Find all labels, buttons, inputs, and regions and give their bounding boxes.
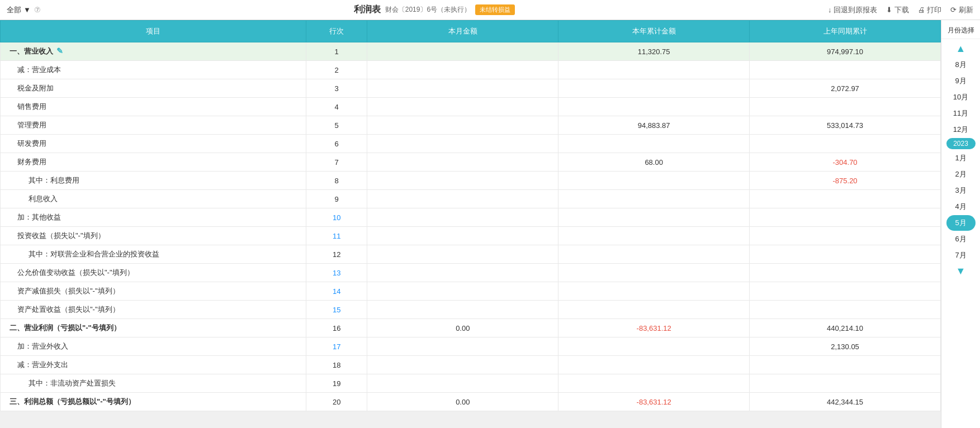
- prev-year-amount: [750, 98, 941, 116]
- month-amount: [367, 301, 558, 319]
- row-name: 管理费用: [1, 116, 306, 135]
- table-row: 研发费用6: [1, 135, 941, 153]
- table-row: 其中：对联营企业和合营企业的投资收益12: [1, 245, 941, 264]
- row-number: 2: [306, 61, 367, 79]
- month-item[interactable]: 9月: [946, 73, 976, 89]
- row-name: 研发费用: [1, 135, 306, 153]
- table-row: 投资收益（损失以"-"填列）11: [1, 227, 941, 245]
- prev-year-amount: 442,344.15: [750, 393, 941, 411]
- org-select[interactable]: 全部 ▼: [7, 5, 31, 15]
- month-item[interactable]: 5月: [946, 215, 976, 231]
- refresh-button[interactable]: ⟳ 刷新: [950, 5, 973, 15]
- table-row: 财务费用768.00-304.70: [1, 153, 941, 172]
- row-name: 投资收益（损失以"-"填列）: [1, 227, 306, 245]
- month-item[interactable]: 2月: [946, 167, 976, 182]
- month-nav-up[interactable]: ▲: [954, 41, 968, 56]
- year-amount: [558, 227, 750, 245]
- main-table-container: 项目 行次 本月金额 本年累计金额 上年同期累计 一、营业收入✎111,320.…: [0, 20, 941, 428]
- row-name: 一、营业收入✎: [1, 42, 306, 61]
- col-header-year: 本年累计金额: [558, 21, 750, 42]
- row-number: 4: [306, 98, 367, 116]
- month-item[interactable]: 10月: [946, 89, 976, 105]
- month-amount: 0.00: [367, 319, 558, 337]
- month-amount: [367, 264, 558, 282]
- prev-year-amount: [750, 61, 941, 79]
- month-amount: [367, 245, 558, 264]
- year-amount: [558, 61, 750, 79]
- download-button[interactable]: ⬇ 下载: [886, 5, 909, 15]
- back-button[interactable]: ↓ 回退到原报表: [828, 5, 877, 15]
- prev-year-amount: 2,072.97: [750, 79, 941, 98]
- year-amount: [558, 245, 750, 264]
- month-amount: [367, 42, 558, 61]
- row-number: 7: [306, 153, 367, 172]
- year-amount: -83,631.12: [558, 319, 750, 337]
- col-header-month: 本月金额: [367, 21, 558, 42]
- row-number: 15: [306, 301, 367, 319]
- row-name: 资产减值损失（损失以"-"填列）: [1, 282, 306, 301]
- month-item[interactable]: 7月: [946, 248, 976, 263]
- top-left-section: 全部 ▼ ⑦: [7, 5, 41, 15]
- year-amount: [558, 337, 750, 356]
- row-number: 8: [306, 172, 367, 190]
- prev-year-amount: [750, 208, 941, 227]
- year-amount: [558, 98, 750, 116]
- row-number: 14: [306, 282, 367, 301]
- row-number: 12: [306, 245, 367, 264]
- prev-year-amount: 2,130.05: [750, 337, 941, 356]
- table-row: 税金及附加32,072.97: [1, 79, 941, 98]
- prev-year-amount: [750, 301, 941, 319]
- table-row: 公允价值变动收益（损失以"-"填列）13: [1, 264, 941, 282]
- month-item[interactable]: 12月: [946, 122, 976, 137]
- row-name: 三、利润总额（亏损总额以"-"号填列）: [1, 393, 306, 411]
- table-row: 资产减值损失（损失以"-"填列）14: [1, 282, 941, 301]
- year-amount: [558, 264, 750, 282]
- help-icon[interactable]: ⑦: [34, 6, 41, 14]
- prev-year-amount: 440,214.10: [750, 319, 941, 337]
- month-amount: [367, 337, 558, 356]
- month-item[interactable]: 1月: [946, 150, 976, 166]
- prev-year-amount: [750, 374, 941, 393]
- row-number: 17: [306, 337, 367, 356]
- year-amount: [558, 79, 750, 98]
- row-number: 5: [306, 116, 367, 135]
- year-amount: 94,883.87: [558, 116, 750, 135]
- table-row: 减：营业外支出18: [1, 356, 941, 374]
- table-row: 其中：利息费用8-875.20: [1, 172, 941, 190]
- month-item[interactable]: 11月: [946, 106, 976, 121]
- table-header-row: 项目 行次 本月金额 本年累计金额 上年同期累计: [1, 21, 941, 42]
- month-item[interactable]: 8月: [946, 57, 976, 73]
- row-number: 13: [306, 264, 367, 282]
- month-item[interactable]: 3月: [946, 183, 976, 198]
- year-amount: 11,320.75: [558, 42, 750, 61]
- month-amount: [367, 116, 558, 135]
- month-item[interactable]: 6月: [946, 231, 976, 247]
- table-row: 三、利润总额（亏损总额以"-"号填列）200.00-83,631.12442,3…: [1, 393, 941, 411]
- year-amount: [558, 190, 750, 208]
- prev-year-amount: [750, 190, 941, 208]
- month-selector-title: 月份选择: [941, 22, 980, 39]
- prev-year-amount: 974,997.10: [750, 42, 941, 61]
- month-amount: [367, 61, 558, 79]
- row-number: 3: [306, 79, 367, 98]
- row-number: 16: [306, 319, 367, 337]
- month-amount: 0.00: [367, 393, 558, 411]
- prev-year-amount: -875.20: [750, 172, 941, 190]
- row-number: 11: [306, 227, 367, 245]
- row-number: 6: [306, 135, 367, 153]
- month-item[interactable]: 4月: [946, 199, 976, 215]
- subtitle: 财会〔2019〕6号（未执行）: [385, 5, 471, 15]
- month-amount: [367, 172, 558, 190]
- year-amount: -83,631.12: [558, 393, 750, 411]
- month-amount: [367, 79, 558, 98]
- month-item[interactable]: 2023: [946, 138, 976, 149]
- row-name: 减：营业成本: [1, 61, 306, 79]
- month-nav-down[interactable]: ▼: [954, 264, 968, 279]
- month-amount: [367, 190, 558, 208]
- prev-year-amount: [750, 264, 941, 282]
- year-amount: [558, 374, 750, 393]
- toolbar: ↓ 回退到原报表 ⬇ 下载 🖨 打印 ⟳ 刷新: [828, 5, 973, 15]
- month-amount: [367, 282, 558, 301]
- edit-icon[interactable]: ✎: [56, 46, 63, 55]
- print-button[interactable]: 🖨 打印: [918, 5, 942, 15]
